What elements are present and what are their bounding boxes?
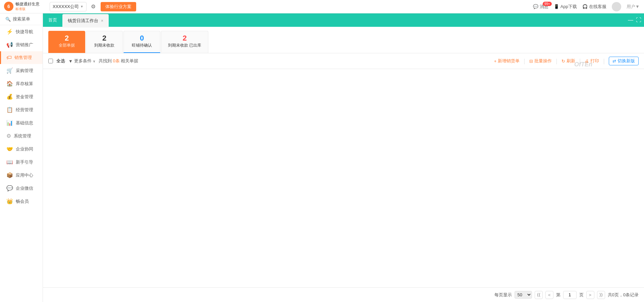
stat-label-all: 全部单据 xyxy=(59,43,75,48)
page-num-input[interactable] xyxy=(563,291,577,299)
marketing-icon: 📢 xyxy=(6,42,13,48)
filter-button[interactable]: ▼ 更多条件 ∨ xyxy=(68,58,95,64)
company-dropdown-icon: ▼ xyxy=(80,5,84,8)
stat-tab-overdue-shipped[interactable]: 2 到期未收款 已出库 xyxy=(161,31,208,53)
purchase-icon: 🛒 xyxy=(6,67,13,74)
tab-home-label: 首页 xyxy=(48,17,57,23)
search-menu[interactable]: 🔍 搜索菜单 xyxy=(5,16,37,22)
sidebar-item-sales[interactable]: 🏷 销售管理 xyxy=(0,51,43,64)
pagination-bar: 每页显示 50 20 100 ⟨⟨ ＜ 第 页 ＞ ⟩⟩ 共0页，0条记录 xyxy=(43,287,644,302)
logo-icon: 6 xyxy=(4,2,13,11)
page-size-label: 每页显示 xyxy=(494,292,512,298)
avatar-name[interactable]: 用户▼ xyxy=(627,2,640,11)
add-sale-order-button[interactable]: + 新增销货单 xyxy=(494,58,520,64)
sidebar-label-wechat: 企业微信 xyxy=(16,185,33,191)
sidebar-item-inventory[interactable]: 🏠 库存核算 xyxy=(0,77,43,90)
refresh-label: 刷新 xyxy=(567,58,575,64)
stat-tab-overdue[interactable]: 2 到期未收款 xyxy=(86,31,123,53)
sidebar-item-marketing[interactable]: 📢 营销推广 xyxy=(0,38,43,51)
tab-minimize-btn[interactable]: — xyxy=(628,17,633,23)
switch-label: 切换新版 xyxy=(618,58,635,64)
sidebar-item-enterprise[interactable]: 🤝 企业协同 xyxy=(0,142,43,156)
message-item[interactable]: 💬 消息 99+ xyxy=(533,4,548,10)
sidebar-label-base-info: 基础信息 xyxy=(16,120,33,126)
tab-close-icon[interactable]: × xyxy=(101,18,103,23)
toolbar: 全选 ▼ 更多条件 ∨ 共找到 0条 相关单据 + 新增销货单 | xyxy=(43,53,644,69)
print-label: 打印 xyxy=(590,58,599,64)
sidebar-item-capital[interactable]: 💰 资金管理 xyxy=(0,90,43,103)
switch-new-version-button[interactable]: ⇄ 切换新版 xyxy=(609,57,639,65)
search-label: 搜索菜单 xyxy=(13,16,30,22)
filter-icon: ▼ xyxy=(68,59,73,64)
found-count: 0条 xyxy=(113,58,120,63)
stat-tab-all[interactable]: 2 全部单据 xyxy=(48,31,85,53)
last-page-btn[interactable]: ⟩⟩ xyxy=(597,291,605,299)
divider-3: | xyxy=(579,58,581,65)
batch-operation-button[interactable]: ⊟ 批量操作 xyxy=(529,58,552,64)
sidebar-item-purchase[interactable]: 🛒 采购管理 xyxy=(0,64,43,77)
sales-icon: 🏷 xyxy=(6,55,12,61)
message-icon: 💬 xyxy=(533,4,538,9)
batch-icon: ⊟ xyxy=(529,59,533,64)
stat-tab-wangpu[interactable]: 0 旺铺待确认 xyxy=(123,31,160,53)
next-page-btn[interactable]: ＞ xyxy=(586,291,594,299)
tab-home[interactable]: 首页 xyxy=(43,13,62,27)
refresh-icon: ↻ xyxy=(561,59,565,64)
tab-work-bench[interactable]: 钱货日清工作台 × xyxy=(62,14,109,27)
page-size-select[interactable]: 50 20 100 xyxy=(515,291,532,299)
sidebar-label-sales: 销售管理 xyxy=(14,55,32,61)
enterprise-icon: 🤝 xyxy=(6,146,13,152)
app-download-item[interactable]: 📱 App下载 xyxy=(554,4,577,10)
message-badge: 99+ xyxy=(543,2,552,6)
member-icon: 👑 xyxy=(6,198,13,204)
company-selector[interactable]: XXXXXX公司 ▼ xyxy=(50,2,87,11)
tab-maximize-btn[interactable]: ⛶ xyxy=(636,17,641,23)
sidebar-label-guide: 新手引导 xyxy=(16,159,33,165)
prev-page-btn[interactable]: ＜ xyxy=(545,291,553,299)
page-content: 2 全部单据 2 到期未收款 0 旺铺待确认 2 到期未收款 已出库 xyxy=(43,27,644,302)
sidebar-label-app-center: 应用中心 xyxy=(16,172,33,178)
print-button[interactable]: 🖨 打印 xyxy=(585,58,599,64)
experience-button[interactable]: 体验行业方案 xyxy=(101,2,136,11)
sidebar-label-quick-nav: 快捷导航 xyxy=(16,29,33,35)
divider-4: | xyxy=(603,58,605,65)
sidebar-item-app-center[interactable]: 📦 应用中心 xyxy=(0,169,43,182)
tab-work-bench-label: 钱货日清工作台 xyxy=(68,18,98,24)
sidebar-search-area[interactable]: 🔍 搜索菜单 xyxy=(0,13,43,25)
print-icon: 🖨 xyxy=(585,59,589,64)
header-right: 💬 消息 99+ 📱 App下载 🎧 在线客服 用户▼ xyxy=(533,2,640,11)
logo-sub: 标准版 xyxy=(15,7,40,11)
avatar[interactable] xyxy=(612,2,621,11)
divider-2: | xyxy=(556,58,557,65)
select-all-label: 全选 xyxy=(56,58,65,64)
sidebar-item-system[interactable]: ⚙ 系统管理 xyxy=(0,129,43,142)
sidebar-item-base-info[interactable]: 📊 基础信息 xyxy=(0,116,43,129)
phone-icon: 📱 xyxy=(554,4,559,9)
stat-num-overdue: 2 xyxy=(93,34,116,43)
main-layout: 🔍 搜索菜单 ⚡ 快捷导航 📢 营销推广 🏷 销售管理 🛒 采购管理 🏠 库存核… xyxy=(0,13,644,302)
sidebar-item-quick-nav[interactable]: ⚡ 快捷导航 xyxy=(0,25,43,38)
found-text: 共找到 0条 相关单据 xyxy=(99,58,138,64)
select-all-checkbox[interactable] xyxy=(48,59,53,63)
logo-area: 6 畅捷通好生意 标准版 xyxy=(4,2,47,11)
stat-num-wangpu: 0 xyxy=(130,34,153,43)
settings-icon[interactable]: ⚙ xyxy=(89,2,98,11)
stat-label-overdue: 到期未收款 xyxy=(94,43,114,48)
stat-label-overdue-shipped: 到期未收款 已出库 xyxy=(168,43,201,48)
first-page-btn[interactable]: ⟨⟨ xyxy=(535,291,543,299)
sidebar-item-operation[interactable]: 📋 经营管理 xyxy=(0,103,43,116)
online-service-item[interactable]: 🎧 在线客服 xyxy=(582,4,606,10)
inventory-icon: 🏠 xyxy=(6,80,13,87)
logo-name: 畅捷通好生意 xyxy=(15,2,40,6)
refresh-button[interactable]: ↻ 刷新 xyxy=(561,58,575,64)
sidebar-item-wechat[interactable]: 💬 企业微信 xyxy=(0,182,43,195)
sidebar-item-guide[interactable]: 📖 新手引导 xyxy=(0,156,43,169)
filter-label: 更多条件 xyxy=(74,58,92,64)
stat-label-wangpu: 旺铺待确认 xyxy=(132,43,152,48)
toolbar-left: 全选 ▼ 更多条件 ∨ 共找到 0条 相关单据 xyxy=(48,58,138,64)
sidebar-item-member[interactable]: 👑 畅会员 xyxy=(0,195,43,208)
wechat-icon: 💬 xyxy=(6,185,13,191)
switch-icon: ⇄ xyxy=(612,59,616,64)
plus-icon: + xyxy=(494,59,497,64)
tab-bar: 首页 钱货日清工作台 × — ⛶ xyxy=(43,13,644,27)
